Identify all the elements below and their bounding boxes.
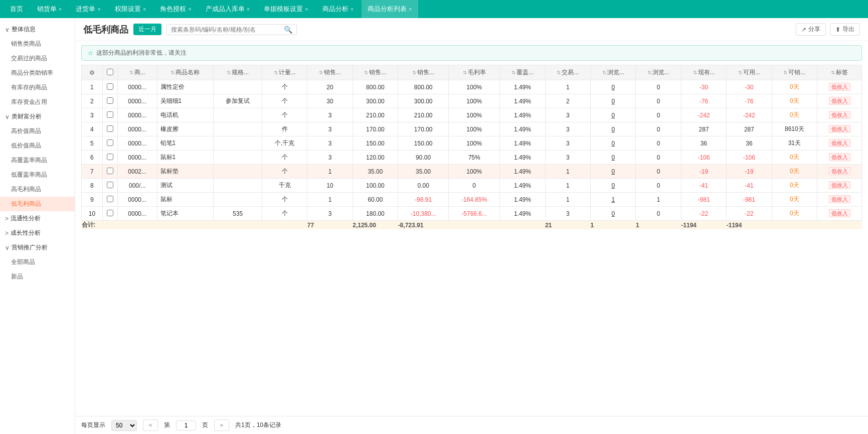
sidebar-item-低价值商品[interactable]: 低价值商品 <box>0 138 75 153</box>
per-page-select[interactable]: 50 100 200 <box>111 420 137 431</box>
table-area[interactable]: ⚙ ⇅商... ⇅商品名称 ⇅规格... ⇅计量... ⇅销售... ⇅销售..… <box>75 65 868 416</box>
sidebar-item-新品[interactable]: 新品 <box>0 269 75 284</box>
nav-close-icon[interactable]: × <box>188 6 191 12</box>
date-filter-button[interactable]: 近一月 <box>133 24 161 35</box>
row-checkbox[interactable] <box>107 210 113 216</box>
table-cell[interactable]: 1 <box>591 193 636 207</box>
th-stock[interactable]: ⇅现有... <box>681 65 726 80</box>
table-cell[interactable]: 0 <box>591 151 636 165</box>
prev-page-button[interactable]: ＜ <box>143 419 158 431</box>
table-cell[interactable]: 0 <box>591 108 636 122</box>
view-link[interactable]: 0 <box>611 168 615 175</box>
table-cell[interactable] <box>102 94 117 108</box>
nav-close-icon[interactable]: × <box>59 6 62 12</box>
sidebar-item-高覆盖率商品[interactable]: 高覆盖率商品 <box>0 153 75 168</box>
view-link[interactable]: 0 <box>611 84 615 91</box>
sidebar-group-类财富分析[interactable]: ∨类财富分析 <box>0 109 75 124</box>
view-link[interactable]: 0 <box>611 112 615 119</box>
th-coverage[interactable]: ⇅覆盖... <box>500 65 545 80</box>
sidebar-item-商品分类助销率[interactable]: 商品分类助销率 <box>0 66 75 80</box>
nav-item-进货单[interactable]: 进货单× <box>70 0 106 18</box>
table-cell[interactable] <box>102 207 117 221</box>
search-input[interactable] <box>171 26 284 33</box>
sidebar-group-营销推广分析[interactable]: ∨营销推广分析 <box>0 240 75 255</box>
th-available[interactable]: ⇅可用... <box>727 65 772 80</box>
nav-item-角色授权[interactable]: 角色授权× <box>154 0 197 18</box>
nav-item-商品分析[interactable]: 商品分析× <box>316 0 360 18</box>
nav-item-权限设置[interactable]: 权限设置× <box>109 0 152 18</box>
nav-close-icon[interactable]: × <box>143 6 146 12</box>
table-cell[interactable]: 0 <box>591 122 636 136</box>
row-checkbox[interactable] <box>107 154 113 160</box>
row-checkbox[interactable] <box>107 97 113 104</box>
sidebar-item-交易过的商品[interactable]: 交易过的商品 <box>0 51 75 66</box>
th-spec[interactable]: ⇅规格... <box>214 65 262 80</box>
th-unit[interactable]: ⇅计量... <box>262 65 307 80</box>
share-button[interactable]: ↗ 分享 <box>796 23 826 36</box>
view-link[interactable]: 0 <box>611 98 615 105</box>
th-sale-qty[interactable]: ⇅销售... <box>307 65 353 80</box>
th-tag[interactable]: ⇅标签 <box>817 65 862 80</box>
sidebar-item-低毛利商品[interactable]: 低毛利商品 <box>0 197 75 211</box>
view-link[interactable]: 0 <box>611 140 615 147</box>
row-checkbox[interactable] <box>107 83 113 90</box>
table-cell[interactable]: 0 <box>591 136 636 151</box>
nav-item-首页[interactable]: 首页 <box>4 0 29 18</box>
export-button[interactable]: ⬆ 导出 <box>830 23 860 36</box>
th-saleable[interactable]: ⇅可销... <box>772 65 817 80</box>
nav-close-icon[interactable]: × <box>409 6 412 12</box>
sidebar-item-高价值商品[interactable]: 高价值商品 <box>0 124 75 138</box>
row-checkbox[interactable] <box>107 111 113 118</box>
nav-close-icon[interactable]: × <box>97 6 100 12</box>
row-checkbox[interactable] <box>107 125 113 132</box>
table-cell[interactable] <box>102 108 117 122</box>
search-icon[interactable]: 🔍 <box>284 26 292 34</box>
nav-close-icon[interactable]: × <box>247 6 250 12</box>
th-settings[interactable]: ⚙ <box>82 65 103 80</box>
sidebar-item-高毛利商品[interactable]: 高毛利商品 <box>0 182 75 197</box>
sidebar-item-有库存的商品[interactable]: 有库存的商品 <box>0 80 75 95</box>
table-cell[interactable] <box>102 80 117 94</box>
sidebar-item-销售类商品[interactable]: 销售类商品 <box>0 37 75 51</box>
th-sale-profit[interactable]: ⇅销售... <box>398 65 449 80</box>
table-cell[interactable]: 0 <box>591 179 636 193</box>
th-sale-price[interactable]: ⇅销售... <box>353 65 398 80</box>
nav-close-icon[interactable]: × <box>351 6 354 12</box>
sidebar-item-低覆盖率商品[interactable]: 低覆盖率商品 <box>0 168 75 182</box>
nav-item-单据模板设置[interactable]: 单据模板设置× <box>258 0 314 18</box>
row-checkbox[interactable] <box>107 139 113 146</box>
view-link[interactable]: 0 <box>611 182 615 189</box>
table-cell[interactable]: 0 <box>591 207 636 221</box>
view-link[interactable]: 0 <box>611 154 615 161</box>
table-cell[interactable] <box>102 179 117 193</box>
table-cell[interactable] <box>102 122 117 136</box>
sidebar-group-流通性分析[interactable]: >流通性分析 <box>0 211 75 226</box>
sidebar-item-库存资金占用[interactable]: 库存资金占用 <box>0 95 75 109</box>
table-cell[interactable]: 0 <box>591 80 636 94</box>
view-link[interactable]: 0 <box>611 126 615 133</box>
select-all-checkbox[interactable] <box>107 69 113 75</box>
sidebar-item-全部商品[interactable]: 全部商品 <box>0 255 75 269</box>
th-name[interactable]: ⇅商品名称 <box>157 65 214 80</box>
next-page-button[interactable]: ＞ <box>214 419 229 431</box>
nav-close-icon[interactable]: × <box>305 6 308 12</box>
th-view1[interactable]: ⇅浏览... <box>591 65 636 80</box>
th-trade[interactable]: ⇅交易... <box>545 65 590 80</box>
table-cell[interactable] <box>102 193 117 207</box>
row-checkbox[interactable] <box>107 168 113 174</box>
nav-item-产成品入库单[interactable]: 产成品入库单× <box>200 0 256 18</box>
nav-item-销货单[interactable]: 销货单× <box>31 0 68 18</box>
page-number-input[interactable] <box>176 420 196 430</box>
th-margin[interactable]: ⇅毛利率 <box>449 65 500 80</box>
table-cell[interactable]: 0 <box>591 165 636 179</box>
table-cell[interactable] <box>102 136 117 151</box>
view-link[interactable]: 0 <box>611 210 615 217</box>
th-checkbox[interactable] <box>102 65 117 80</box>
table-cell[interactable] <box>102 165 117 179</box>
table-cell[interactable]: 0 <box>591 94 636 108</box>
table-cell[interactable] <box>102 151 117 165</box>
sidebar-group-成长性分析[interactable]: >成长性分析 <box>0 226 75 240</box>
sidebar-group-整体信息[interactable]: ∨整体信息 <box>0 22 75 37</box>
row-checkbox[interactable] <box>107 182 113 188</box>
row-checkbox[interactable] <box>107 196 113 202</box>
